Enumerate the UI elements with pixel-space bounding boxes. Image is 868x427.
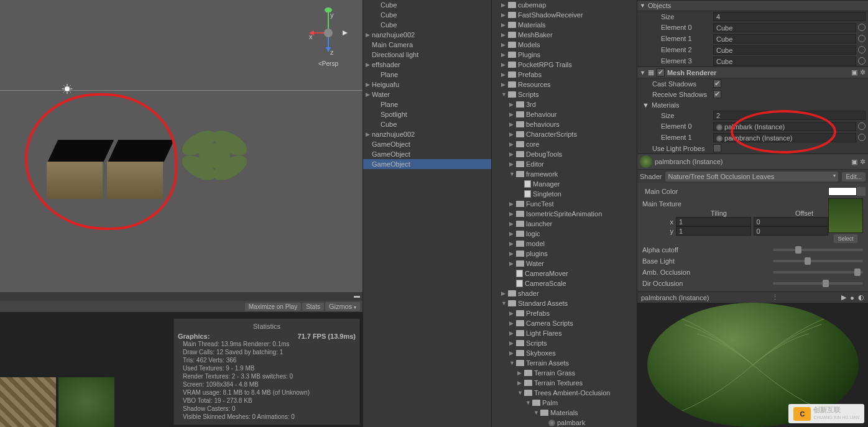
sphere-icon[interactable]: ● <box>850 294 854 301</box>
preview-bar[interactable]: palmbranch (Instance)⋮ ▶ ● ◐ <box>637 292 868 303</box>
hierarchy-item[interactable]: ▶effshader <box>363 60 491 70</box>
project-item[interactable]: ▶Camera Scripts <box>492 318 637 328</box>
project-item[interactable]: ▶Prefabs <box>492 70 637 80</box>
alpha-cutoff-slider[interactable] <box>773 249 863 251</box>
project-item[interactable]: ▶logic <box>492 229 637 239</box>
project-item[interactable]: ▶Terrain Textures <box>492 378 637 388</box>
project-item[interactable]: CameraMover <box>492 269 637 278</box>
project-item[interactable]: ▶IsometricSpriteAnimation <box>492 209 637 219</box>
project-item[interactable]: Singleton <box>492 189 637 199</box>
project-item[interactable]: ▶Behaviour <box>492 109 637 119</box>
hierarchy-item[interactable]: Cube <box>363 10 491 20</box>
light-probes-checkbox[interactable] <box>713 144 721 152</box>
hierarchy-item[interactable]: ▶Heiguafu <box>363 80 491 90</box>
object-picker-icon[interactable] <box>858 35 866 42</box>
main-color-swatch[interactable] <box>828 187 857 196</box>
object-picker-icon[interactable] <box>858 24 866 31</box>
main-texture-slot[interactable] <box>828 198 863 233</box>
objects-size-field[interactable] <box>713 12 866 21</box>
project-item[interactable]: ▶core <box>492 139 637 149</box>
base-light-slider[interactable] <box>773 260 863 262</box>
project-item[interactable]: ▶3rd <box>492 99 637 109</box>
hierarchy-item[interactable]: Cube <box>363 119 491 129</box>
project-item[interactable]: ▶Scripts <box>492 338 637 348</box>
light-toggle-icon[interactable]: ◐ <box>858 293 864 301</box>
project-item[interactable]: ▶Resources <box>492 80 637 90</box>
mesh-renderer-enable-checkbox[interactable]: ✔ <box>657 68 665 76</box>
hierarchy-item[interactable]: Plane <box>363 70 491 80</box>
project-item[interactable]: ▶launcher <box>492 219 637 229</box>
materials-size-field[interactable] <box>713 111 866 120</box>
help-icon[interactable]: ▣ <box>851 68 857 76</box>
eyedropper-icon[interactable] <box>857 187 866 196</box>
gear-icon[interactable]: ✲ <box>860 68 866 76</box>
object-picker-icon[interactable] <box>858 57 866 65</box>
project-item[interactable]: ▶CharacterScripts <box>492 129 637 139</box>
edit-shader-button[interactable]: Edit... <box>842 172 866 181</box>
material-element-field[interactable]: palmbark (Instance) <box>713 122 856 131</box>
object-picker-icon[interactable] <box>858 134 866 141</box>
project-item[interactable]: ▶shader <box>492 288 637 298</box>
hierarchy-item[interactable]: Directional light <box>363 50 491 60</box>
project-item[interactable]: CameraScale <box>492 278 637 288</box>
amb-occlusion-slider[interactable] <box>773 271 863 273</box>
project-item[interactable]: ▶model <box>492 239 637 249</box>
project-item[interactable]: ▶FuncTest <box>492 199 637 209</box>
dir-occlusion-slider[interactable] <box>773 282 863 285</box>
material-element-field[interactable]: palmbranch (Instance) <box>713 133 856 142</box>
project-item[interactable]: ▶Materials <box>492 20 637 30</box>
project-item[interactable]: ▶FastShadowReceiver <box>492 10 637 20</box>
project-item[interactable]: ▶cubemap <box>492 0 637 10</box>
project-item[interactable]: ▼Trees Ambient-Occlusion <box>492 388 637 398</box>
project-item[interactable]: ▶Water <box>492 259 637 269</box>
project-item[interactable]: palmbark <box>492 418 637 427</box>
gizmos-button[interactable]: Gizmos ▾ <box>325 302 360 311</box>
tiling-x-field[interactable] <box>676 217 751 226</box>
stats-button[interactable]: Stats <box>302 303 324 311</box>
objects-header[interactable]: ▼Objects <box>637 0 868 11</box>
mesh-renderer-header[interactable]: ▼ ▦ ✔ Mesh Renderer ▣ ✲ <box>637 67 868 78</box>
help-icon[interactable]: ▣ <box>851 158 857 166</box>
hierarchy-item[interactable]: ▶Water <box>363 90 491 99</box>
hierarchy-item[interactable]: ▶nanzhujue002 <box>363 30 491 40</box>
project-item[interactable]: ▶DebugTools <box>492 149 637 159</box>
texture-thumb[interactable] <box>58 377 114 427</box>
project-item[interactable]: ▼Terrain Assets <box>492 358 637 368</box>
persp-label[interactable]: <Persp <box>307 60 350 67</box>
cast-shadows-checkbox[interactable]: ✔ <box>713 80 721 88</box>
hierarchy-item[interactable]: Main Camera <box>363 40 491 50</box>
hierarchy-item[interactable]: Cube <box>363 0 491 10</box>
project-item[interactable]: ▼framework <box>492 169 637 179</box>
project-item[interactable]: ▶plugins <box>492 249 637 259</box>
project-item[interactable]: ▼Palm <box>492 398 637 408</box>
offset-y-field[interactable] <box>754 226 829 236</box>
hierarchy-item[interactable]: Cube <box>363 20 491 30</box>
project-item[interactable]: ▶Editor <box>492 159 637 169</box>
hierarchy-item[interactable]: GameObject <box>363 149 491 159</box>
project-item[interactable]: ▼Materials <box>492 408 637 418</box>
tiling-y-field[interactable] <box>676 226 751 236</box>
object-element-field[interactable]: Cube <box>713 45 856 55</box>
project-item[interactable]: ▶behaviours <box>492 119 637 129</box>
hierarchy-item[interactable]: Plane <box>363 99 491 109</box>
maximize-button[interactable]: Maximize on Play <box>245 303 301 311</box>
object-element-field[interactable]: Cube <box>713 23 856 32</box>
project-item[interactable]: ▼Scripts <box>492 90 637 99</box>
shader-dropdown[interactable]: Nature/Tree Soft Occlusion Leaves ▾ <box>665 172 838 181</box>
object-element-field[interactable]: Cube <box>713 57 856 66</box>
project-item[interactable]: ▶MeshBaker <box>492 30 637 40</box>
receive-shadows-checkbox[interactable]: ✔ <box>713 90 721 98</box>
hierarchy-item[interactable]: Spotlight <box>363 109 491 119</box>
material-preview[interactable]: C 创新互联CHUANG XIN HU LIAN <box>637 303 868 427</box>
material-header[interactable]: palmbranch (Instance) ▣ ✲ <box>637 154 868 170</box>
project-item[interactable]: ▶Plugins <box>492 50 637 60</box>
object-element-field[interactable]: Cube <box>713 34 856 44</box>
project-item[interactable]: ▶Prefabs <box>492 308 637 318</box>
project-item[interactable]: ▶Skyboxes <box>492 348 637 358</box>
texture-thumb[interactable] <box>0 377 56 427</box>
scene-view[interactable]: y x z <Persp <box>0 0 362 292</box>
hierarchy-item[interactable]: GameObject <box>363 139 491 149</box>
gear-icon[interactable]: ✲ <box>860 158 866 166</box>
hierarchy-item[interactable]: GameObject <box>363 159 491 169</box>
project-item[interactable]: ▶PocketRPG Trails <box>492 60 637 70</box>
